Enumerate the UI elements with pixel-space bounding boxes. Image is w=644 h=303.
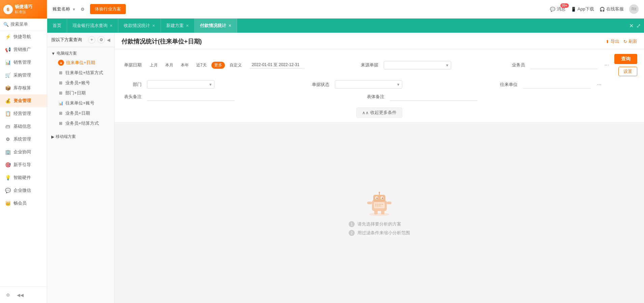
sidebar-item-system[interactable]: ⚙ 系统管理	[0, 133, 47, 146]
sidebar-item-quick-nav[interactable]: ⚡ 快捷导航	[0, 30, 47, 43]
scheme-panel-collapse-btn[interactable]: ◀	[107, 37, 110, 42]
svg-point-0	[369, 213, 389, 216]
hint-text-1: 请先选择要分析的方案	[357, 221, 401, 227]
system-icon: ⚙	[5, 136, 11, 142]
tab-close-all-btn[interactable]: ✕	[629, 23, 634, 29]
scheme-item-unit-settle[interactable]: ⊞ 往来单位+结算方式	[51, 68, 110, 78]
counterpart-more-btn[interactable]: ···	[597, 82, 602, 88]
tab-payment-stats-label: 付款情况统计	[200, 23, 226, 29]
marketing-icon: 📢	[5, 47, 11, 53]
tab-receipt-stats[interactable]: 收款情况统计 ✕	[118, 19, 161, 33]
dept-select-wrap	[147, 80, 214, 89]
table-head-remark-label: 表头备注	[121, 94, 142, 100]
doc-status-select-wrap	[335, 80, 402, 89]
topbar-settings-btn[interactable]: ⚙	[78, 4, 87, 14]
refresh-btn[interactable]: ↻ 刷新	[623, 38, 637, 44]
scheme-item-label: 往来单位+日期	[66, 60, 95, 66]
date-opt-last-month[interactable]: 上月	[147, 62, 160, 69]
trial-btn[interactable]: 体验行业方案	[90, 4, 126, 14]
sidebar-item-hardware[interactable]: 💡 智能硬件	[0, 171, 47, 184]
source-doc-select-wrap	[384, 61, 451, 69]
scheme-item-salesman-settle[interactable]: ⊞ 业务员+结算方式	[51, 118, 110, 128]
sidebar-item-inventory[interactable]: 📦 库存核算	[0, 82, 47, 94]
tab-expand-btn[interactable]: ⤢	[636, 23, 641, 29]
sidebar-collapse-btn[interactable]: ◀◀	[16, 290, 25, 300]
refresh-icon: ↻	[623, 39, 627, 44]
main-area: 账套名称 ▾ ⚙ 体验行业方案 💬 消息 99+ 📱 App下载 🎧 在线客服 …	[47, 0, 644, 303]
scheme-item-salesman-date[interactable]: ⊞ 业务员+日期	[51, 108, 110, 118]
date-opt-this-year[interactable]: 本年	[178, 62, 192, 69]
sidebar-item-operation[interactable]: 📋 经营管理	[0, 107, 47, 120]
scheme-add-btn[interactable]: +	[88, 36, 95, 43]
sidebar-item-capital[interactable]: 💰 资金管理	[0, 94, 47, 107]
sidebar-item-label: 快捷导航	[13, 34, 31, 40]
salesman-more-btn[interactable]: ···	[605, 62, 609, 68]
export-label: 导出	[611, 38, 619, 44]
collapse-conditions-btn[interactable]: ∧∧ 收起更多条件	[356, 108, 402, 118]
tab-bank-flow-close[interactable]: ✕	[110, 24, 113, 28]
source-doc-label: 来源单据	[358, 62, 378, 68]
scheme-item-unit-date[interactable]: ● 往来单位+日期	[51, 58, 110, 68]
tab-bank-flow[interactable]: 现金银行流水查询 ✕	[67, 19, 118, 33]
sidebar-item-guide[interactable]: 🎯 新手引导	[0, 158, 47, 171]
scheme-item-salesman-account[interactable]: ⊞ 业务员+账号	[51, 78, 110, 88]
tab-new-scheme[interactable]: 新建方案 ✕	[161, 19, 195, 33]
inventory-icon: 📦	[5, 85, 11, 91]
date-range-input[interactable]	[250, 62, 304, 68]
counterpart-label: 往来单位	[497, 82, 518, 88]
salesman-input[interactable]	[530, 61, 598, 69]
sidebar-item-basic[interactable]: 🗃 基础信息	[0, 120, 47, 133]
scheme-item-dept-date[interactable]: ⊞ 部门+日期	[51, 88, 110, 98]
counterpart-input[interactable]	[523, 81, 590, 89]
sidebar-item-sales[interactable]: 📊 销售管理	[0, 56, 47, 69]
sidebar-item-member[interactable]: 👑 畅会员	[0, 197, 47, 210]
scheme-item-label: 业务员+结算方式	[65, 120, 99, 126]
tab-payment-stats-close[interactable]: ✕	[228, 24, 231, 28]
doc-status-select[interactable]	[335, 80, 402, 89]
export-btn[interactable]: ⬆ 导出	[606, 38, 619, 44]
sidebar-item-label: 销售管理	[13, 59, 31, 65]
sidebar-item-enterprise[interactable]: 🏢 企业协同	[0, 146, 47, 158]
search-menu-item[interactable]: 🔍 搜索菜单	[0, 19, 47, 30]
sidebar-settings-btn[interactable]: ⚙	[3, 290, 13, 300]
query-btn[interactable]: 查询	[614, 54, 637, 64]
sidebar-item-weixin[interactable]: 💬 企业微信	[0, 184, 47, 197]
svg-rect-12	[381, 210, 384, 214]
collapse-icon: ∧∧	[362, 110, 369, 115]
tab-receipt-stats-label: 收款情况统计	[124, 23, 150, 29]
user-avatar[interactable]: Rit	[629, 4, 639, 14]
date-opt-custom[interactable]: 自定义	[227, 62, 244, 69]
capital-icon: 💰	[5, 98, 11, 104]
sidebar-item-purchase[interactable]: 🛒 采购管理	[0, 69, 47, 82]
sidebar-item-marketing[interactable]: 📢 营销推广	[0, 43, 47, 56]
scheme-group-mobile-title[interactable]: ▶ 移动端方案	[51, 132, 110, 141]
sidebar-item-label: 企业微信	[13, 187, 31, 193]
online-service-btn[interactable]: 🎧 在线客服	[599, 6, 624, 12]
date-opt-this-month[interactable]: 本月	[163, 62, 176, 69]
table-head-remark-input[interactable]	[147, 93, 235, 101]
svg-rect-10	[387, 202, 391, 204]
tab-payment-stats[interactable]: 付款情况统计 ✕	[195, 19, 237, 33]
app-download-btn[interactable]: 📱 App下载	[571, 6, 594, 12]
tab-home[interactable]: 首页	[47, 19, 67, 33]
sidebar-item-label: 畅会员	[13, 200, 27, 206]
scheme-group-mobile: ▶ 移动端方案	[47, 130, 114, 143]
account-dropdown-icon[interactable]: ▾	[73, 7, 75, 12]
notification-btn[interactable]: 💬 消息 99+	[550, 6, 565, 12]
scheme-settings-btn[interactable]: ⚙	[97, 36, 105, 43]
sidebar-header: 6 畅捷通巧 标准版	[0, 0, 47, 19]
date-opt-7days[interactable]: 近7天	[194, 62, 209, 69]
sidebar-item-label: 库存核算	[13, 85, 31, 91]
refresh-label: 刷新	[628, 38, 637, 44]
table-body-remark-input[interactable]	[390, 93, 477, 101]
filter-row-2: 部门 单据状态 往来单位	[121, 80, 637, 89]
settings-btn[interactable]: 设置	[618, 67, 637, 76]
scheme-item-unit-account[interactable]: 📊 往来单位+账号	[51, 98, 110, 108]
tab-new-scheme-close[interactable]: ✕	[186, 24, 189, 28]
date-opt-more[interactable]: 更多	[211, 62, 225, 69]
source-doc-select[interactable]	[384, 61, 451, 69]
dept-select[interactable]	[147, 80, 214, 89]
scheme-group-pc-title[interactable]: ▼ 电脑端方案	[51, 49, 110, 58]
collapse-arrow-icon: ▼	[51, 51, 55, 56]
tab-receipt-stats-close[interactable]: ✕	[152, 24, 155, 28]
